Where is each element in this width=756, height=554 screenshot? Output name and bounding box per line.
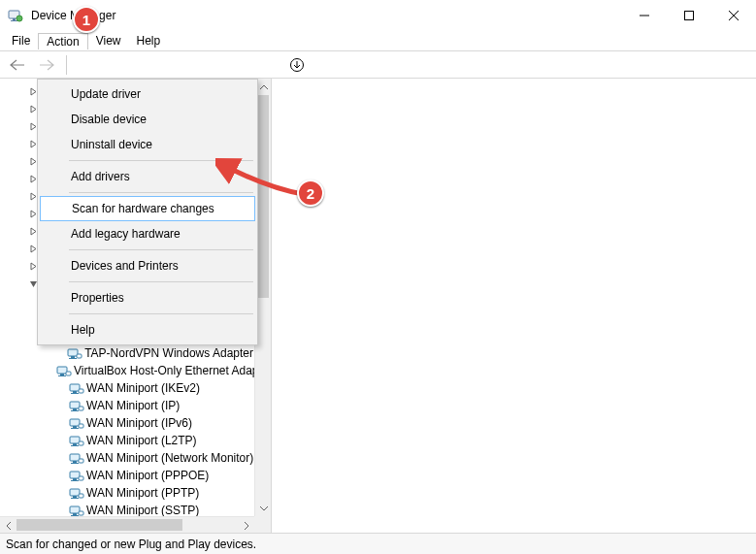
svg-rect-27 [66, 372, 71, 375]
tree-item-wan-miniport-ip[interactable]: WAN Miniport (IP) [0, 397, 271, 414]
menu-separator [69, 281, 253, 282]
network-adapter-icon [67, 345, 82, 361]
svg-rect-24 [57, 367, 67, 374]
menu-separator [69, 249, 253, 250]
details-pane [272, 79, 756, 533]
tree-item-wan-miniport-ikev2[interactable]: WAN Miniport (IKEv2) [0, 379, 271, 397]
tree-item-virtualbox-host-only-ethernet-adapter[interactable]: VirtualBox Host-Only Ethernet Adapter [0, 362, 271, 379]
svg-rect-20 [68, 349, 78, 356]
svg-rect-1 [13, 18, 16, 20]
tree-item-label: WAN Miniport (PPTP) [86, 486, 199, 500]
maximize-button[interactable] [667, 0, 711, 31]
status-bar: Scan for changed or new Plug and Play de… [0, 533, 756, 554]
menu-bar: File Action View Help [0, 31, 756, 50]
menu-help[interactable]: Help [129, 33, 169, 49]
svg-rect-45 [73, 461, 77, 463]
horizontal-scroll-thumb[interactable] [16, 519, 182, 531]
network-adapter-icon [69, 433, 84, 448]
svg-rect-25 [60, 374, 64, 375]
svg-rect-43 [79, 441, 83, 445]
svg-rect-21 [71, 356, 75, 358]
action-menu-dropdown: Update driverDisable deviceUninstall dev… [37, 79, 258, 345]
menu-item-update-driver[interactable]: Update driver [40, 81, 255, 107]
svg-rect-29 [73, 391, 77, 393]
svg-rect-47 [79, 459, 83, 463]
svg-rect-56 [70, 506, 80, 513]
menu-file[interactable]: File [4, 33, 38, 49]
svg-rect-26 [58, 375, 66, 376]
svg-rect-42 [71, 445, 79, 446]
vertical-scroll-thumb[interactable] [257, 95, 269, 298]
svg-point-3 [16, 16, 22, 21]
menu-separator [69, 313, 253, 314]
menu-item-add-drivers[interactable]: Add drivers [40, 164, 255, 189]
svg-rect-28 [70, 384, 80, 391]
annotation-badge-1: 1 [73, 6, 100, 33]
svg-rect-40 [70, 437, 80, 443]
menu-item-scan-for-hardware-changes[interactable]: Scan for hardware changes [40, 196, 255, 221]
network-adapter-icon [69, 485, 84, 501]
toolbar-forward-button[interactable] [35, 53, 58, 77]
svg-rect-57 [73, 513, 77, 515]
svg-rect-37 [73, 426, 77, 428]
menu-separator [69, 160, 253, 161]
svg-rect-46 [71, 463, 79, 464]
svg-rect-31 [79, 389, 83, 393]
menu-item-disable-device[interactable]: Disable device [40, 107, 255, 132]
svg-rect-55 [79, 494, 83, 498]
tree-item-wan-miniport-ipv6[interactable]: WAN Miniport (IPv6) [0, 414, 271, 432]
menu-separator [69, 192, 253, 193]
svg-rect-49 [73, 478, 77, 480]
toolbar-back-button[interactable] [6, 53, 29, 77]
minimize-button[interactable] [622, 0, 667, 31]
tree-item-wan-miniport-network-monitor[interactable]: WAN Miniport (Network Monitor) [0, 449, 271, 467]
tree-item-wan-miniport-l2tp[interactable]: WAN Miniport (L2TP) [0, 432, 271, 449]
network-adapter-icon [69, 415, 84, 431]
svg-rect-22 [69, 358, 77, 359]
content-area: work)Intel(R) Wi-Fi 6 AX201 160MHzMicros… [0, 78, 756, 533]
toolbar-separator [66, 55, 67, 75]
svg-rect-52 [70, 489, 80, 496]
svg-rect-59 [79, 511, 83, 515]
tree-item-wan-miniport-pppoe[interactable]: WAN Miniport (PPPOE) [0, 467, 271, 484]
title-bar: Device Manager [0, 0, 756, 31]
network-adapter-icon [69, 468, 84, 483]
tree-item-label: TAP-NordVPN Windows Adapter V9 [84, 346, 271, 360]
menu-item-add-legacy-hardware[interactable]: Add legacy hardware [40, 221, 255, 246]
network-adapter-icon [56, 363, 72, 378]
tree-item-label: WAN Miniport (L2TP) [86, 434, 197, 447]
svg-rect-32 [70, 402, 80, 408]
svg-rect-44 [70, 454, 80, 461]
toolbar [0, 50, 756, 78]
menu-action[interactable]: Action [38, 33, 87, 49]
menu-view[interactable]: View [88, 33, 129, 49]
tree-item-label: WAN Miniport (PPPOE) [86, 469, 209, 482]
app-icon [8, 8, 23, 23]
tree-item-label: WAN Miniport (Network Monitor) [86, 451, 253, 465]
svg-rect-51 [79, 476, 83, 480]
scrollbar-corner [254, 516, 271, 533]
tree-item-label: WAN Miniport (IKEv2) [86, 381, 200, 395]
toolbar-scan-button[interactable] [285, 53, 309, 77]
tree-item-label: VirtualBox Host-Only Ethernet Adapter [74, 364, 272, 377]
scroll-left-button[interactable] [0, 517, 16, 533]
scroll-right-button[interactable] [238, 517, 254, 533]
menu-item-devices-and-printers[interactable]: Devices and Printers [40, 253, 255, 278]
close-button[interactable] [711, 0, 756, 31]
svg-rect-50 [71, 480, 79, 481]
svg-rect-35 [79, 407, 83, 410]
tree-item-wan-miniport-pptp[interactable]: WAN Miniport (PPTP) [0, 484, 271, 502]
svg-rect-23 [77, 354, 82, 358]
network-adapter-icon [69, 380, 84, 396]
svg-rect-39 [79, 424, 83, 428]
horizontal-scrollbar[interactable] [0, 516, 254, 533]
menu-item-help[interactable]: Help [40, 317, 255, 342]
scroll-down-button[interactable] [255, 500, 272, 516]
menu-item-uninstall-device[interactable]: Uninstall device [40, 132, 255, 157]
svg-rect-48 [70, 472, 80, 478]
tree-item-tap-nordvpn-windows-adapter-v9[interactable]: TAP-NordVPN Windows Adapter V9 [0, 344, 271, 362]
svg-rect-2 [11, 20, 17, 21]
menu-item-properties[interactable]: Properties [40, 285, 255, 310]
svg-rect-34 [71, 410, 79, 411]
tree-item-label: WAN Miniport (IP) [86, 399, 180, 412]
